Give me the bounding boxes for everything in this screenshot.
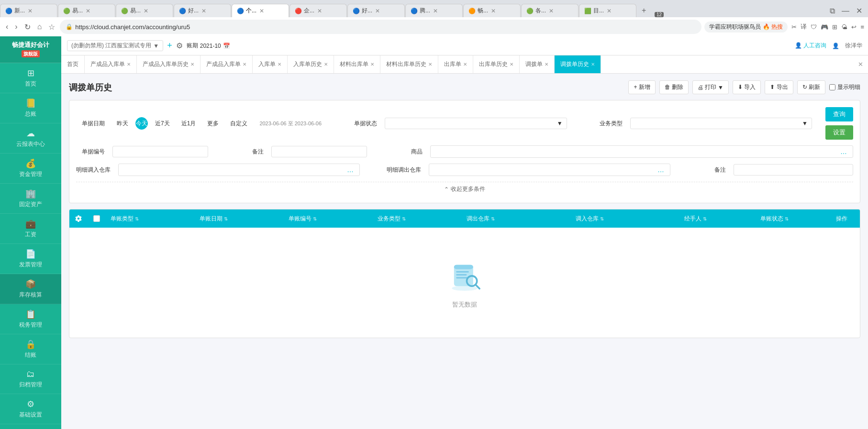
minimize-btn[interactable]: — — [840, 5, 851, 17]
date-1month-btn[interactable]: 近1月 — [177, 118, 200, 130]
tab-close-3[interactable]: ✕ — [144, 8, 148, 14]
tab-close-8[interactable]: ✕ — [433, 8, 438, 14]
page-tab-in-hist[interactable]: 入库单历史 ✕ — [288, 55, 334, 74]
tab-close-2[interactable]: ✕ — [86, 8, 90, 14]
collapse-filter-btn[interactable]: ⌃ 收起更多条件 — [76, 182, 853, 196]
forward-btn[interactable]: › — [13, 21, 19, 33]
tab-close-11[interactable]: ✕ — [607, 8, 612, 14]
page-tab-home[interactable]: 首页 — [61, 55, 85, 74]
page-tab-out-hist-close[interactable]: ✕ — [510, 62, 513, 67]
tab-close-10[interactable]: ✕ — [549, 8, 554, 14]
page-tab-transfer-hist[interactable]: 调拨单历史 ✕ — [555, 55, 601, 74]
table-gear-btn[interactable] — [69, 215, 88, 222]
th-date[interactable]: 单账日期 ⇅ — [195, 215, 284, 223]
page-tab-prod-in2[interactable]: 产成品入库单 ✕ — [200, 55, 253, 74]
user-avatar[interactable]: 👤 — [832, 43, 839, 49]
sidebar-item-guide[interactable]: 🎯 新手引导 — [0, 424, 61, 429]
browser-tab-8[interactable]: 🔵 腾... ✕ — [405, 4, 463, 17]
doc-no-input[interactable] — [112, 146, 208, 157]
browser-tab-1[interactable]: 🔵 新... ✕ — [0, 4, 57, 17]
checkbox-all[interactable] — [93, 215, 100, 222]
settings-gear-btn[interactable]: ⚙ — [176, 41, 183, 50]
tab-close-6[interactable]: ✕ — [317, 8, 322, 14]
tab-close-1[interactable]: ✕ — [28, 8, 33, 14]
page-tab-out-hist[interactable]: 出库单历史 ✕ — [473, 55, 520, 74]
browser-tab-9[interactable]: 🟠 畅... ✕ — [463, 4, 521, 17]
detail-in-select[interactable]: … — [118, 164, 360, 176]
page-tab-mat-out-hist[interactable]: 材料出库单历史 ✕ — [380, 55, 438, 74]
page-tab-out-order[interactable]: 出库单 ✕ — [438, 55, 473, 74]
print-btn[interactable]: 🖨 打印 ▼ — [692, 80, 729, 94]
th-biz[interactable]: 业务类型 ⇅ — [373, 215, 462, 223]
page-tab-mat-out-hist-close[interactable]: ✕ — [428, 62, 432, 67]
tab-close-9[interactable]: ✕ — [491, 8, 496, 14]
th-no[interactable]: 单账编号 ⇅ — [284, 215, 373, 223]
th-in[interactable]: 调入仓库 ⇅ — [571, 215, 680, 223]
status-select[interactable]: ▼ — [385, 118, 567, 129]
sidebar-item-tax[interactable]: 📋 税务管理 — [0, 304, 61, 334]
sidebar-item-finance[interactable]: 💰 资金管理 — [0, 154, 61, 184]
export-btn[interactable]: ⬆ 导出 — [765, 80, 793, 94]
refresh-btn-toolbar[interactable]: ↻ 刷新 — [797, 80, 825, 94]
browser-tab-4[interactable]: 🔵 好... ✕ — [174, 4, 231, 17]
sidebar-item-report[interactable]: ☁ 云报表中心 — [0, 123, 61, 154]
detail-out-ellipsis-btn[interactable]: … — [656, 166, 666, 174]
page-tab-mat-out[interactable]: 材料出库单 ✕ — [334, 55, 380, 74]
browser-tab-11[interactable]: 🟩 目... ✕ — [579, 4, 636, 17]
sidebar-item-close[interactable]: 🔒 结账 — [0, 334, 61, 364]
biz-select[interactable]: ▼ — [630, 118, 812, 129]
display-detail-checkbox[interactable] — [829, 84, 835, 90]
detail-in-ellipsis-btn[interactable]: … — [345, 166, 356, 174]
display-detail-label[interactable]: 显示明细 — [829, 83, 860, 91]
date-custom-btn[interactable]: 自定义 — [226, 118, 252, 130]
url-bar[interactable]: 🔒 https://cloud.chanjet.com/accounting/u… — [60, 20, 701, 34]
tab-close-4[interactable]: ✕ — [201, 8, 206, 14]
browser-tab-2[interactable]: 🟢 易... ✕ — [58, 4, 115, 17]
table-check-all[interactable] — [88, 215, 106, 222]
th-out[interactable]: 调出仓库 ⇅ — [462, 215, 571, 223]
page-tab-prod-in-hist-close[interactable]: ✕ — [190, 62, 194, 67]
new-btn[interactable]: + 新增 — [628, 80, 655, 94]
date-yesterday-btn[interactable]: 昨天 — [112, 118, 133, 130]
note-input[interactable] — [734, 164, 853, 176]
sidebar-item-invoice[interactable]: 📄 发票管理 — [0, 244, 61, 274]
th-handler[interactable]: 经手人 ⇅ — [679, 215, 755, 223]
back-btn[interactable]: ‹ — [4, 21, 10, 33]
date-7days-btn[interactable]: 近7天 — [151, 118, 174, 130]
refresh-btn[interactable]: ↻ — [22, 21, 33, 33]
add-company-btn[interactable]: + — [167, 41, 172, 51]
home-btn[interactable]: ⌂ — [35, 21, 44, 33]
close-window-btn[interactable]: ✕ — [854, 4, 864, 17]
calendar-icon[interactable]: 📅 — [223, 43, 230, 49]
page-tab-transfer[interactable]: 调拨单 ✕ — [520, 55, 555, 74]
sidebar-item-home[interactable]: ⊞ 首页 — [0, 63, 61, 93]
browser-tab-10[interactable]: 🟢 各... ✕ — [521, 4, 579, 17]
sidebar-item-ledger[interactable]: 📒 总账 — [0, 93, 61, 123]
remark-input[interactable] — [271, 146, 367, 157]
page-tab-transfer-hist-close[interactable]: ✕ — [591, 62, 595, 67]
restore-btn[interactable]: ⧉ — [828, 5, 837, 17]
page-tab-mat-out-close[interactable]: ✕ — [370, 62, 374, 67]
delete-btn[interactable]: 🗑 删除 — [659, 80, 689, 94]
page-tab-in-order[interactable]: 入库单 ✕ — [253, 55, 288, 74]
bookmark-btn[interactable]: ☆ — [46, 21, 57, 33]
sidebar-item-archive[interactable]: 🗂 归档管理 — [0, 364, 61, 394]
page-tab-transfer-close[interactable]: ✕ — [545, 62, 548, 67]
page-tab-prod-in-close[interactable]: ✕ — [127, 62, 131, 67]
page-tab-prod-in-hist[interactable]: 产成品入库单历史 ✕ — [137, 55, 200, 74]
page-tab-in-hist-close[interactable]: ✕ — [324, 62, 328, 67]
th-status[interactable]: 单账状态 ⇅ — [756, 215, 831, 223]
date-more-btn[interactable]: 更多 — [203, 118, 223, 130]
browser-search[interactable]: 学霸应聘职场驱鸟员 🔥 热搜 — [704, 22, 788, 33]
sidebar-item-settings[interactable]: ⚙ 基础设置 — [0, 394, 61, 424]
browser-tab-3[interactable]: 🟢 易... ✕ — [116, 4, 173, 17]
tab-close-5[interactable]: ✕ — [259, 8, 264, 14]
sidebar-item-inventory[interactable]: 📦 库存核算 — [0, 274, 61, 304]
browser-tab-6[interactable]: 🔴 企... ✕ — [289, 4, 347, 17]
page-tab-out-order-close[interactable]: ✕ — [463, 62, 467, 67]
browser-tab-5[interactable]: 🔵 个... ✕ — [232, 4, 289, 17]
goods-select[interactable]: … — [430, 145, 853, 158]
th-type[interactable]: 单账类型 ⇅ — [106, 215, 195, 223]
close-all-tabs-btn[interactable]: ✕ — [858, 61, 868, 68]
sidebar-item-asset[interactable]: 🏢 固定资产 — [0, 184, 61, 214]
